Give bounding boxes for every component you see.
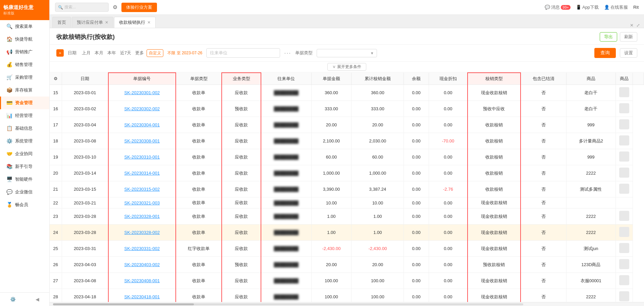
- cell-partner: ████████: [261, 208, 311, 225]
- sn-link[interactable]: SK-20230418-001: [124, 294, 160, 299]
- cell-write_off_type: 现金收款核销: [468, 197, 521, 208]
- sidebar-collapse-icon[interactable]: ◀: [33, 295, 42, 303]
- cell-balance: 0.00: [404, 149, 429, 165]
- last-7-days-button[interactable]: 近7天: [119, 49, 132, 57]
- cell-settings: 21: [50, 181, 62, 197]
- sidebar-item-cooperation[interactable]: 🤝企业协同: [0, 147, 49, 160]
- cell-doc_type: 收款单: [176, 149, 222, 165]
- settings-button[interactable]: 设置: [620, 48, 637, 58]
- more-dates-button[interactable]: 更多: [134, 49, 145, 57]
- cell-balance: 0.00: [404, 197, 429, 208]
- sidebar-settings-icon[interactable]: ⚙️: [7, 295, 18, 303]
- cell-balance: 0.00: [404, 208, 429, 225]
- sidebar-item-marketing[interactable]: 📢营销推广: [0, 46, 49, 58]
- sidebar-item-guide[interactable]: 📚新手引导: [0, 160, 49, 173]
- cell-partner: ████████: [261, 289, 311, 302]
- tab-receivable[interactable]: 预计应应付单✕: [72, 17, 113, 28]
- table-container[interactable]: ⚙日期单据编号单据类型业务类型往来单位单据金额累计核销金额余额现金折扣核销类型包…: [50, 72, 644, 302]
- sn-link[interactable]: SK-20230315-002: [124, 187, 160, 192]
- cell-sn: SK-20230408-001: [108, 273, 176, 289]
- sn-link[interactable]: SK-20230308-001: [124, 138, 160, 143]
- partner-filter[interactable]: 往来单位: [206, 48, 280, 58]
- sn-link[interactable]: SK-20230314-001: [124, 171, 160, 176]
- service-button[interactable]: 👤 在线客服: [604, 4, 628, 10]
- cell-include_settled: 否: [521, 273, 566, 289]
- page-header: 收款核销执行(按收款) 导出 刷新: [50, 28, 644, 45]
- cell-accumulated: 60.00: [352, 149, 404, 165]
- cell-settings: 26: [50, 257, 62, 273]
- sn-link[interactable]: SK-20230302-002: [124, 106, 160, 111]
- tab-close-receivable[interactable]: ✕: [105, 20, 108, 25]
- sidebar-item-finance[interactable]: 💳资金管理: [0, 97, 49, 109]
- sidebar-item-search[interactable]: 🔍搜索菜单: [0, 20, 49, 33]
- sidebar-icon-cooperation: 🤝: [6, 151, 12, 157]
- table-row: 182023-03-08SK-20230308-001收款单应收款███████…: [50, 133, 644, 149]
- table-row: 212023-03-15SK-20230315-002收款单应收款███████…: [50, 181, 644, 197]
- sn-link[interactable]: SK-20230328-002: [124, 230, 160, 235]
- app-download-button[interactable]: 📱 App下载: [576, 4, 599, 10]
- sn-link[interactable]: SK-20230321-003: [124, 200, 160, 205]
- col-header-partner: 往来单位: [261, 73, 311, 85]
- sn-link[interactable]: SK-20230304-001: [124, 122, 160, 127]
- cell-doc_type: 红字收款单: [176, 241, 222, 257]
- tab-close-writeoff[interactable]: ✕: [147, 20, 151, 25]
- cell-write_off_type: 现金收款核销: [468, 208, 521, 225]
- query-button[interactable]: 查询: [594, 48, 616, 58]
- sn-link[interactable]: SK-20230310-001: [124, 155, 160, 160]
- sn-link[interactable]: SK-20230403-002: [124, 262, 160, 267]
- sidebar-item-member[interactable]: 🏅畅会员: [0, 198, 49, 211]
- partner-value: ████████: [274, 155, 299, 160]
- filter-toggle-button[interactable]: »: [56, 49, 64, 57]
- tab-writeoff[interactable]: 收款核销执行✕: [114, 17, 156, 28]
- partner-value: ████████: [274, 122, 299, 127]
- sn-link[interactable]: SK-20230328-001: [124, 214, 160, 219]
- this-month-button[interactable]: 本月: [93, 49, 105, 57]
- cell-include_settled: 否: [521, 208, 566, 225]
- last-month-button[interactable]: 上月: [80, 49, 92, 57]
- cell-biz_type: 应收款: [222, 181, 261, 197]
- cell-cash_discount: 0.00: [429, 241, 468, 257]
- sidebar-item-hardware[interactable]: 🖥️智能硬件: [0, 173, 49, 186]
- data-table: ⚙日期单据编号单据类型业务类型往来单位单据金额累计核销金额余额现金折扣核销类型包…: [50, 72, 644, 302]
- cell-settings: 20: [50, 165, 62, 181]
- tab-home[interactable]: 首页: [52, 17, 71, 28]
- search-box[interactable]: 🔍 搜索...: [55, 3, 109, 12]
- sidebar-item-basic[interactable]: 📋基础信息: [0, 122, 49, 135]
- message-button[interactable]: 💬 消息 99+: [545, 4, 571, 10]
- sn-link[interactable]: SK-20230301-002: [124, 90, 160, 95]
- cell-date: 2023-03-31: [62, 241, 108, 257]
- expand-conditions-row: ∨ 展开更多条件: [50, 62, 644, 72]
- export-button[interactable]: 导出: [600, 32, 617, 42]
- custom-date-button[interactable]: 自定义: [147, 49, 163, 57]
- solution-button[interactable]: 体验行业方案: [121, 3, 157, 12]
- expand-conditions-button[interactable]: ∨ 展开更多条件: [327, 63, 366, 71]
- sidebar-item-system[interactable]: ⚙️系统管理: [0, 135, 49, 147]
- cell-product-image: [615, 289, 633, 302]
- sidebar-item-wechat[interactable]: 💬企业微信: [0, 186, 49, 198]
- settings-icon[interactable]: ⚙: [113, 4, 117, 10]
- sidebar-item-sales[interactable]: 💰销售管理: [0, 58, 49, 71]
- topbar: 🔍 搜索... ⚙ 体验行业方案 💬 消息 99+ 📱 App下载 👤 在线客服…: [50, 0, 644, 15]
- refresh-button[interactable]: 刷新: [620, 32, 637, 42]
- sidebar-item-operation[interactable]: 📊经营管理: [0, 109, 49, 122]
- message-icon: 💬: [545, 5, 550, 10]
- cell-product: 老白干: [566, 85, 615, 101]
- cell-product-image: [615, 197, 633, 208]
- doc-type-filter[interactable]: ▾: [317, 49, 377, 57]
- sn-link[interactable]: SK-20230331-002: [124, 246, 160, 251]
- sn-link[interactable]: SK-20230408-001: [124, 278, 160, 283]
- more-filter-dots[interactable]: ···: [284, 50, 291, 57]
- close-tab-icon[interactable]: ✕: [630, 23, 634, 28]
- maximize-icon[interactable]: ⤢: [636, 23, 640, 28]
- cell-amount: 20.00: [311, 117, 352, 133]
- cell-doc_type: 收款单: [176, 85, 222, 101]
- sidebar-label-operation: 经营管理: [15, 113, 33, 119]
- sidebar-item-shortcut[interactable]: 🏠快捷导航: [0, 33, 49, 46]
- sidebar-item-purchase[interactable]: 🛒采购管理: [0, 71, 49, 84]
- cell-balance: 0.00: [404, 289, 429, 302]
- date-filter-buttons: 上月 本月 本年 近7天 更多 自定义: [80, 49, 163, 57]
- sidebar-item-inventory[interactable]: 📦库存核算: [0, 84, 49, 97]
- sidebar-label-inventory: 库存核算: [15, 87, 33, 93]
- this-year-button[interactable]: 本年: [106, 49, 117, 57]
- cell-product-image: [615, 225, 633, 241]
